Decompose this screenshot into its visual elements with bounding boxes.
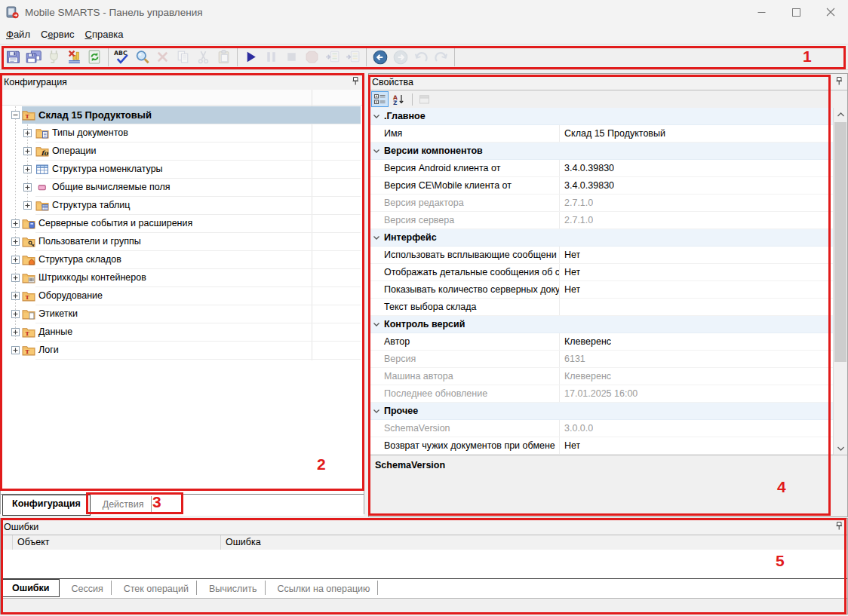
property-value[interactable]: 3.0.0.0 (560, 423, 593, 434)
toolbar-search-button[interactable] (132, 47, 152, 67)
property-name: Версия Android клиента от (369, 160, 560, 176)
properties-scrollbar[interactable] (833, 108, 847, 455)
property-value[interactable]: 2.7.1.0 (560, 198, 593, 208)
tab-конфигурация[interactable]: Конфигурация (2, 495, 91, 516)
toolbar-play-button[interactable] (241, 47, 261, 67)
property-value[interactable]: Клеверенс (560, 371, 611, 382)
property-row[interactable]: Отображать детальные сообщения об сНет (369, 264, 833, 281)
tree-item-12[interactable]: тДанные (1, 323, 364, 342)
expander-plus-icon[interactable] (11, 274, 20, 284)
tab-вычислить[interactable]: Вычислить (201, 581, 266, 595)
chevron-down-icon[interactable] (373, 321, 380, 328)
menu-item-справка[interactable]: Справка (81, 26, 128, 42)
expander-plus-icon[interactable] (11, 346, 20, 357)
chevron-down-icon[interactable] (373, 148, 380, 155)
tree-item-9[interactable]: Штрихкоды контейнеров (1, 269, 364, 287)
property-row[interactable]: Версия редактора2.7.1.0 (369, 195, 833, 212)
property-row[interactable]: Версия Android клиента от3.4.0.39830 (369, 160, 833, 177)
pin-icon[interactable] (835, 521, 843, 533)
menu-item-файл[interactable]: Файл (2, 26, 35, 42)
property-value[interactable]: 6131 (560, 354, 585, 364)
property-value[interactable]: 17.01.2025 16:00 (560, 388, 638, 399)
tab-сессия[interactable]: Сессия (64, 581, 112, 595)
property-row[interactable]: Версия сервера2.7.1.0 (369, 212, 833, 229)
toolbar-save-all-button[interactable] (23, 47, 44, 67)
toolbar-clear-data-button[interactable] (64, 47, 84, 67)
property-category-row[interactable]: Интерфейс (369, 229, 833, 247)
property-value[interactable]: Нет (560, 250, 580, 260)
toolbar-save-button[interactable] (3, 47, 23, 67)
tree-item-1[interactable]: Типы документов (1, 124, 364, 143)
property-category-row[interactable]: .Главное (369, 108, 833, 125)
property-row[interactable]: Текст выбора склада (369, 299, 833, 316)
expander-plus-icon[interactable] (11, 292, 20, 302)
toolbar-refresh-button[interactable] (84, 47, 105, 67)
toolbar-spellcheck-button[interactable]: ABC (112, 47, 132, 67)
property-row[interactable]: Показывать количество серверных докуНет (369, 281, 833, 299)
tree-item-7[interactable]: Пользователи и группы (1, 233, 364, 251)
expander-plus-icon[interactable] (11, 310, 20, 320)
property-value[interactable]: Нет (560, 284, 580, 295)
property-value[interactable]: 3.4.0.39830 (560, 163, 614, 173)
tab-действия[interactable]: Действия (95, 496, 152, 513)
property-value[interactable]: Нет (560, 440, 580, 451)
scroll-down-icon[interactable] (834, 442, 847, 455)
property-value[interactable]: 3.4.0.39830 (560, 180, 614, 191)
property-row[interactable]: Возврат чужих документов при обменеНет (369, 437, 833, 455)
tree-item-6[interactable]: Серверные события и расширения (1, 215, 364, 233)
scroll-up-icon[interactable] (834, 108, 847, 121)
scrollbar-thumb[interactable] (834, 122, 846, 362)
maximize-button[interactable] (779, 0, 813, 24)
chevron-down-icon[interactable] (373, 234, 380, 241)
property-category-row[interactable]: Версии компонентов (369, 143, 833, 160)
tree-item-root[interactable]: тСклад 15 Продуктовый (1, 106, 364, 124)
errors-column-error[interactable]: Ошибка (221, 535, 847, 550)
property-row[interactable]: SchemaVersion3.0.0.0 (369, 420, 833, 437)
chevron-down-icon[interactable] (373, 408, 380, 415)
expander-plus-icon[interactable] (11, 238, 20, 248)
property-category-row[interactable]: Контроль версий (369, 316, 833, 333)
tree-item-8[interactable]: Структура складов (1, 251, 364, 269)
tree-item-4[interactable]: Общие вычисляемые поля (1, 179, 364, 197)
errors-column-object[interactable]: Объект (13, 535, 221, 550)
tree-item-10[interactable]: тОборудование (1, 287, 364, 305)
pin-icon[interactable] (352, 76, 360, 88)
tab-ошибки[interactable]: Ошибки (2, 579, 60, 597)
expander-plus-icon[interactable] (23, 165, 32, 176)
pin-icon[interactable] (835, 76, 843, 88)
chevron-down-icon[interactable] (373, 113, 380, 120)
property-row[interactable]: АвторКлеверенс (369, 333, 833, 351)
tree-item-2[interactable]: foОперации (1, 143, 364, 161)
property-value[interactable]: 2.7.1.0 (560, 215, 593, 225)
toolbar-back-button[interactable] (370, 47, 390, 67)
property-value[interactable]: Нет (560, 267, 580, 277)
alphabetical-button[interactable]: AZ (390, 91, 407, 107)
property-value[interactable]: Склад 15 Продуктовый (560, 128, 665, 139)
expander-plus-icon[interactable] (11, 256, 20, 266)
expander-plus-icon[interactable] (23, 129, 32, 139)
property-row[interactable]: Версия CE\Mobile клиента от3.4.0.39830 (369, 177, 833, 195)
close-button[interactable] (813, 0, 848, 24)
expander-plus-icon[interactable] (23, 201, 32, 212)
tab-ссылки-на-операцию[interactable]: Ссылки на операцию (270, 581, 379, 595)
expander-plus-icon[interactable] (11, 219, 20, 230)
expander-plus-icon[interactable] (23, 183, 32, 194)
categorized-button[interactable] (371, 91, 389, 107)
property-row[interactable]: ИмяСклад 15 Продуктовый (369, 125, 833, 143)
tree-item-13[interactable]: тЛоги (1, 342, 364, 360)
tree-item-11[interactable]: Этикетки (1, 305, 364, 323)
property-row[interactable]: Использовать всплывающие сообщениНет (369, 247, 833, 264)
expander-plus-icon[interactable] (11, 328, 20, 339)
expander-minus-icon[interactable] (11, 111, 20, 121)
property-row[interactable]: Машина автораКлеверенс (369, 368, 833, 385)
property-row[interactable]: Последнее обновление17.01.2025 16:00 (369, 385, 833, 403)
expander-plus-icon[interactable] (23, 147, 32, 158)
tab-стек-операций[interactable]: Стек операций (116, 581, 197, 595)
tree-item-3[interactable]: Структура номенклатуры (1, 161, 364, 179)
property-value[interactable]: Клеверенс (560, 336, 611, 347)
minimize-button[interactable] (744, 0, 779, 24)
tree-item-5[interactable]: Структура таблиц (1, 197, 364, 215)
menu-item-сервис[interactable]: Сервис (36, 26, 79, 42)
property-row[interactable]: Версия6131 (369, 351, 833, 368)
property-category-row[interactable]: Прочее (369, 403, 833, 420)
